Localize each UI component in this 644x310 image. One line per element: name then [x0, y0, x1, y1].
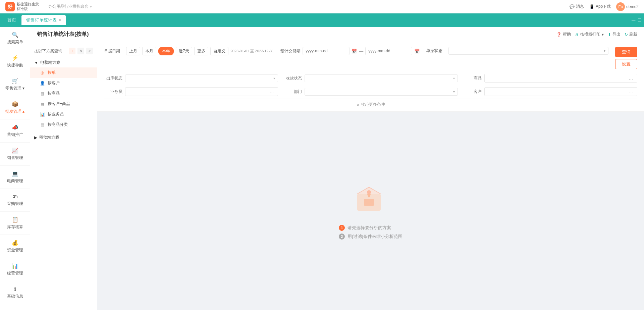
calendar-to-icon[interactable]: 📅 — [414, 49, 420, 54]
client-field: 客户 ... — [463, 87, 637, 96]
window-maximize-icon[interactable]: □ — [638, 17, 641, 23]
dept-chevron-icon: ▾ — [453, 90, 455, 94]
pc-scheme-header[interactable]: ▼ 电脑端方案 — [30, 58, 97, 67]
sales-icon: 📈 — [3, 147, 27, 154]
sidebar-item-purchase[interactable]: 🛍 采购管理 — [0, 189, 30, 212]
date-filter-group: 单据日期 上月 本月 本年 近7天 更多 自定义 2023-01-01 至 20… — [104, 47, 274, 55]
purchase-icon: 🛍 — [3, 194, 27, 200]
product-ellipsis-button[interactable]: ... — [628, 75, 634, 81]
search-icon: 🔍 — [3, 32, 27, 38]
out-status-chevron-icon: ▾ — [273, 76, 275, 80]
scheme-item-by-order[interactable]: ◎ 按单 — [30, 67, 97, 78]
print-dropdown-icon[interactable]: ▾ — [602, 32, 604, 37]
svg-rect-1 — [364, 199, 374, 206]
sidebar-item-wholesale[interactable]: 📦 批发管理 ▴ — [0, 96, 30, 119]
client-input-wrap: ... — [484, 87, 637, 96]
client-ellipsis-button[interactable]: ... — [628, 89, 634, 94]
sidebar-item-marketing[interactable]: 📣 营销推广 — [0, 119, 30, 143]
tab-close-icon[interactable]: × — [59, 18, 61, 22]
app-download-button[interactable]: 📱 App下载 — [589, 4, 611, 9]
scheme-item-by-staff[interactable]: 📊 按业务员 — [30, 109, 97, 119]
calendar-from-icon[interactable]: 📅 — [352, 49, 357, 54]
order-status-select[interactable]: ▾ — [448, 47, 608, 55]
collapse-bar[interactable]: ∧ 收起更多条件 — [104, 99, 637, 110]
receipt-status-chevron-icon: ▾ — [453, 76, 455, 80]
empty-tip-2: 2 用[过滤]条件来缩小分析范围 — [339, 234, 402, 240]
scheme-item-by-customer-product[interactable]: ▦ 按客户+商品 — [30, 99, 97, 109]
collapse-icon: ∧ — [357, 102, 360, 107]
sidebar-item-system[interactable]: ⚙ 系统管理 — [0, 304, 30, 310]
date-btn-more[interactable]: 更多 — [194, 47, 208, 55]
by-customer-icon: 👤 — [40, 81, 45, 86]
date-btn-custom[interactable]: 自定义 — [210, 47, 228, 55]
help-button[interactable]: ❓ 帮助 — [556, 32, 571, 37]
tip-num-1: 1 — [339, 225, 345, 231]
expected-date-to-input[interactable] — [365, 47, 412, 55]
operations-icon: 📊 — [3, 263, 27, 269]
empty-tip-1: 1 请先选择要分析的方案 — [339, 225, 402, 231]
scheme-item-by-product[interactable]: ▦ 按商品 — [30, 88, 97, 99]
sidebar-item-basic[interactable]: ℹ 基础信息 — [0, 281, 30, 304]
dept-field: 部门 ▾ — [283, 87, 458, 96]
edit-scheme-button[interactable]: ✎ — [77, 48, 84, 54]
sidebar-item-sales[interactable]: 📈 销售管理 — [0, 143, 30, 166]
sidebar-item-finance[interactable]: 💰 资金管理 — [0, 235, 30, 258]
collapse-panel-button[interactable]: « — [86, 48, 93, 54]
quicknav-icon: ⚡ — [3, 55, 27, 61]
out-status-select[interactable]: ▾ — [125, 74, 278, 82]
date-btn-7days[interactable]: 近7天 — [176, 47, 192, 55]
date-label: 单据日期 — [104, 48, 124, 54]
content-area: 销售订单统计表(按单) ❓ 帮助 🖨 按模板打印 ▾ ⬇ 导出 ↻ 刷新 — [30, 27, 644, 310]
action-buttons: 查询 设置 — [615, 47, 637, 69]
scheme-item-by-category[interactable]: ▤ 按商品分类 — [30, 119, 97, 130]
empty-illustration — [351, 182, 391, 217]
by-product-icon: ▦ — [40, 91, 45, 96]
order-status-chevron-icon: ▾ — [604, 49, 605, 53]
top-bar-left: 好 畅捷通好生意 标准版 办公用品行业模拟账套 ▾ — [5, 2, 92, 11]
expected-date-from-input[interactable] — [303, 47, 350, 55]
top-bar: 好 畅捷通好生意 标准版 办公用品行业模拟账套 ▾ 💬 消息 📱 App下载 E… — [0, 0, 644, 13]
breadcrumb: 办公用品行业模拟账套 ▾ — [48, 4, 92, 9]
sidebar-item-ecommerce[interactable]: 💻 电商管理 — [0, 166, 30, 189]
export-button[interactable]: ⬇ 导出 — [608, 32, 621, 37]
tip-num-2: 2 — [339, 234, 345, 240]
right-section: 单据日期 上月 本月 本年 近7天 更多 自定义 2023-01-01 至 20… — [97, 42, 644, 310]
date-btn-last-month[interactable]: 上月 — [126, 47, 140, 55]
query-button[interactable]: 查询 — [615, 47, 637, 57]
message-icon: 💬 — [570, 4, 575, 9]
by-customer-product-icon: ▦ — [40, 101, 45, 107]
refresh-button[interactable]: ↻ 刷新 — [625, 32, 637, 37]
user-profile-button[interactable]: Ea demo2 — [616, 2, 639, 11]
logo-text: 畅捷通好生意 标准版 — [17, 2, 39, 11]
empty-svg-icon — [351, 182, 391, 216]
tab-home[interactable]: 首页 — [3, 15, 21, 25]
date-btn-this-year[interactable]: 本年 — [158, 47, 174, 55]
sidebar-item-quicknav[interactable]: ⚡ 快捷导航 — [0, 50, 30, 73]
breadcrumb-arrow-icon[interactable]: ▾ — [90, 4, 92, 9]
staff-ellipsis-button[interactable]: ... — [269, 89, 275, 94]
receipt-status-select[interactable]: ▾ — [305, 74, 458, 82]
finance-icon: 💰 — [3, 240, 27, 246]
message-button[interactable]: 💬 消息 — [570, 4, 584, 9]
left-panel-icons: + ✎ « — [69, 48, 93, 54]
staff-label: 业务员 — [104, 89, 122, 95]
tab-sales-order-stats[interactable]: 销售订单统计表 × — [21, 15, 66, 25]
sidebar-item-inventory[interactable]: 📋 库存核算 — [0, 212, 30, 235]
page-header: 销售订单统计表(按单) ❓ 帮助 🖨 按模板打印 ▾ ⬇ 导出 ↻ 刷新 — [30, 27, 644, 42]
filter-row-1: 单据日期 上月 本月 本年 近7天 更多 自定义 2023-01-01 至 20… — [104, 47, 637, 69]
window-minimize-icon[interactable]: ─ — [632, 17, 635, 23]
mobile-scheme-header[interactable]: ▶ 移动端方案 — [30, 133, 97, 142]
mobile-scheme-section: ▶ 移动端方案 — [30, 133, 97, 145]
sidebar-item-retail[interactable]: 🛒 零售管理 ▾ — [0, 73, 30, 96]
sidebar-item-operations[interactable]: 📊 经营管理 — [0, 258, 30, 281]
ecommerce-icon: 💻 — [3, 170, 27, 177]
sidebar-item-search[interactable]: 🔍 搜索菜单 — [0, 27, 30, 50]
add-scheme-button[interactable]: + — [69, 48, 75, 54]
date-btn-this-month[interactable]: 本月 — [142, 47, 156, 55]
setting-button[interactable]: 设置 — [615, 59, 637, 69]
page-actions: ❓ 帮助 🖨 按模板打印 ▾ ⬇ 导出 ↻ 刷新 — [556, 32, 637, 37]
main-layout: 🔍 搜索菜单 ⚡ 快捷导航 🛒 零售管理 ▾ 📦 批发管理 ▴ 📣 营销推广 📈… — [0, 27, 644, 310]
scheme-item-by-customer[interactable]: 👤 按客户 — [30, 78, 97, 88]
dept-select[interactable]: ▾ — [305, 88, 458, 96]
print-button[interactable]: 🖨 按模板打印 ▾ — [575, 32, 604, 37]
